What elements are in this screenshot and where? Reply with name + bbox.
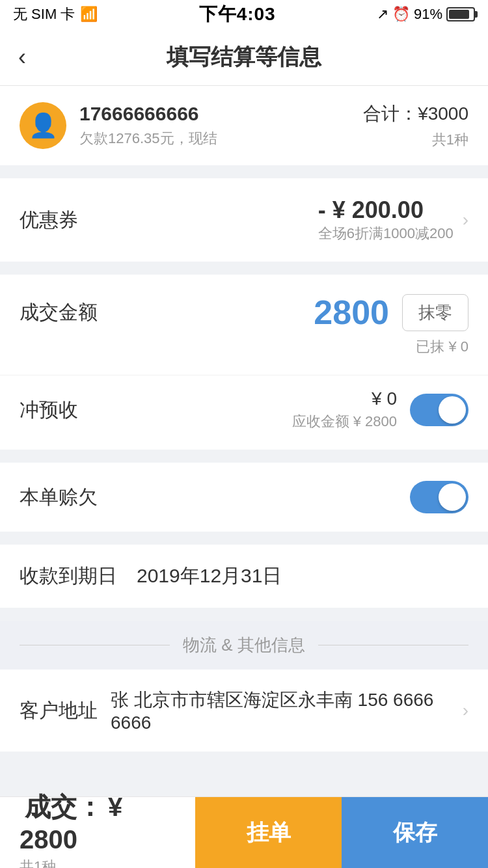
status-bar: 无 SIM 卡 📶 下午4:03 ↗ ⏰ 91% [0,0,488,29]
advance-receivable: 应收金额 ¥ 2800 [292,412,397,431]
total-amount: 合计：¥3000 [363,102,468,126]
total-count: 共1种 [363,130,468,150]
hang-button[interactable]: 挂单 [195,797,342,869]
footer-deal-label: 成交： [25,793,103,821]
advance-row: 冲预收 ¥ 0 应收金额 ¥ 2800 [0,375,488,450]
amount-sub: 已抹 ¥ 0 [0,332,488,375]
content: 👤 17666666666 欠款1276.35元，现结 合计：¥3000 共1种… [0,86,488,868]
coupon-label: 优惠券 [20,207,78,234]
avatar: 👤 [20,102,66,149]
footer-deal: 成交：¥ 2800 [20,789,176,854]
logistics-label: 物流 & 其他信息 [183,634,305,657]
coupon-detail: 全场6折满1000减200 [318,224,454,243]
customer-card: 👤 17666666666 欠款1276.35元，现结 合计：¥3000 共1种 [0,86,488,165]
amount-section: 成交金额 2800 抹零 已抹 ¥ 0 冲预收 ¥ 0 应收金额 ¥ 2800 [0,275,488,450]
status-left: 无 SIM 卡 📶 [13,5,98,24]
due-label: 收款到期日 [20,563,117,590]
chevron-right-icon: › [463,210,468,230]
advance-label: 冲预收 [20,397,78,424]
round-button[interactable]: 抹零 [402,294,468,331]
amount-label: 成交金额 [20,299,98,326]
back-button[interactable]: ‹ [18,44,26,71]
divider-line-left [20,645,170,645]
address-section[interactable]: 客户地址 张 北京市市辖区海淀区永丰南 156 6666 6666 › [0,670,488,752]
customer-phone: 17666666666 [79,103,217,125]
debt-label: 本单赊欠 [20,484,98,511]
advance-toggle[interactable] [410,394,468,426]
address-label: 客户地址 [20,698,98,724]
footer: 成交：¥ 2800 共1种 挂单 保存 [0,796,488,868]
address-chevron-icon: › [463,700,468,721]
due-date-section: 收款到期日 2019年12月31日 [0,545,488,608]
customer-debt: 欠款1276.35元，现结 [79,129,217,148]
battery-icon [446,7,475,21]
due-date-value: 2019年12月31日 [137,563,282,590]
address-value: 张 北京市市辖区海淀区永丰南 156 6666 6666 [111,688,460,733]
wifi-icon: 📶 [80,6,98,23]
page-title: 填写结算等信息 [167,42,321,72]
nav-bar: ‹ 填写结算等信息 [0,29,488,86]
debt-toggle[interactable] [410,481,468,513]
debt-section: 本单赊欠 [0,463,488,532]
divider-line-right [318,645,468,645]
save-button[interactable]: 保存 [342,797,488,869]
logistics-divider: 物流 & 其他信息 [0,621,488,670]
coupon-discount: - ¥ 200.00 [318,197,454,224]
status-right: ↗ ⏰ 91% [377,6,475,23]
carrier-text: 无 SIM 卡 [13,5,75,24]
status-time: 下午4:03 [199,2,276,27]
alarm-icon: ⏰ [392,6,410,23]
coupon-row[interactable]: 优惠券 - ¥ 200.00 全场6折满1000减200 › [0,178,488,262]
amount-value: 2800 [314,293,389,332]
footer-count: 共1种 [20,857,176,869]
advance-amount: ¥ 0 [292,388,397,409]
coupon-section: 优惠券 - ¥ 200.00 全场6折满1000减200 › [0,178,488,262]
battery-percent: 91% [414,6,442,23]
location-icon: ↗ [377,6,388,23]
footer-info: 成交：¥ 2800 共1种 [0,789,195,869]
